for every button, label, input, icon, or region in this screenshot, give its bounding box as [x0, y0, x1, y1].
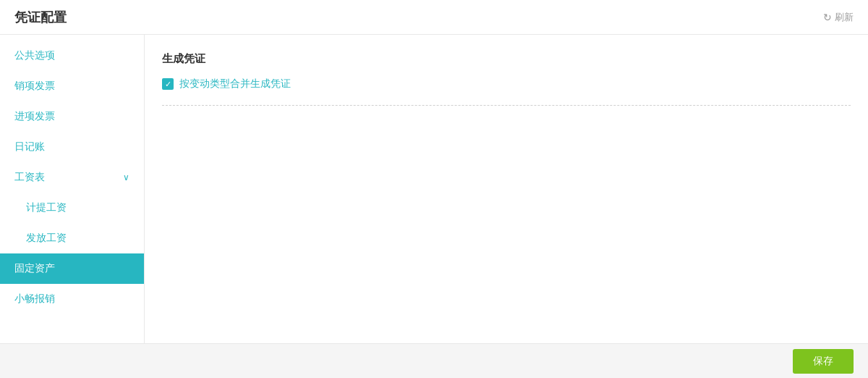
sidebar-item-label: 工资表: [14, 171, 45, 184]
sidebar-item-label: 小畅报销: [14, 293, 55, 306]
merge-by-type-checkbox[interactable]: [162, 78, 174, 90]
sidebar: 公共选项 销项发票 进项发票 日记账 工资表 ∨ 计提工资 发放工资 固定资产 …: [0, 35, 145, 343]
sidebar-item-payroll[interactable]: 工资表 ∨: [0, 162, 144, 193]
section-divider: [162, 105, 851, 106]
sidebar-item-public[interactable]: 公共选项: [0, 41, 144, 71]
sidebar-item-label: 公共选项: [14, 49, 55, 62]
sidebar-item-accrued-payroll[interactable]: 计提工资: [0, 193, 144, 223]
sidebar-item-expense-claim[interactable]: 小畅报销: [0, 284, 144, 314]
sidebar-item-label: 计提工资: [26, 201, 67, 214]
checkbox-label[interactable]: 按变动类型合并生成凭证: [179, 77, 291, 91]
page-title: 凭证配置: [14, 9, 67, 26]
footer: 保存: [0, 343, 868, 378]
header: 凭证配置 ↻ 刷新: [0, 0, 868, 35]
refresh-label: 刷新: [835, 11, 854, 24]
sidebar-item-label: 日记账: [14, 140, 45, 154]
sidebar-item-fixed-assets[interactable]: 固定资产: [0, 253, 144, 284]
main-layout: 公共选项 销项发票 进项发票 日记账 工资表 ∨ 计提工资 发放工资 固定资产 …: [0, 35, 868, 343]
save-button[interactable]: 保存: [793, 349, 854, 374]
content-area: 生成凭证 按变动类型合并生成凭证: [145, 35, 868, 343]
sidebar-item-label: 销项发票: [14, 80, 55, 93]
sidebar-item-pay-payroll[interactable]: 发放工资: [0, 223, 144, 253]
checkbox-row: 按变动类型合并生成凭证: [162, 77, 851, 91]
sidebar-item-journal[interactable]: 日记账: [0, 132, 144, 162]
section-title: 生成凭证: [162, 52, 851, 66]
refresh-icon: ↻: [823, 12, 832, 23]
sidebar-item-label: 发放工资: [26, 232, 67, 245]
sidebar-item-purchase-invoice[interactable]: 进项发票: [0, 101, 144, 132]
sidebar-item-label: 进项发票: [14, 110, 55, 123]
sidebar-item-sales-invoice[interactable]: 销项发票: [0, 71, 144, 101]
chevron-down-icon: ∨: [123, 172, 129, 182]
refresh-button[interactable]: ↻ 刷新: [823, 11, 854, 24]
sidebar-item-label: 固定资产: [14, 262, 55, 275]
